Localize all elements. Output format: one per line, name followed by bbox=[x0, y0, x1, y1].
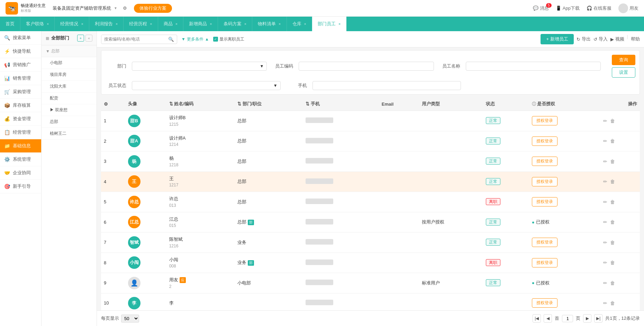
dept-group-zongbu[interactable]: ▼ 总部 bbox=[42, 45, 97, 57]
settings-icon[interactable]: ⚙ bbox=[123, 6, 127, 11]
sidebar-item-operation[interactable]: 📋 经营管理 bbox=[0, 126, 41, 139]
page-size-select[interactable]: 50 100 bbox=[121, 315, 139, 323]
next-page-btn[interactable]: ▶ bbox=[583, 314, 591, 323]
user-area[interactable]: 用友 bbox=[618, 3, 638, 13]
query-button[interactable]: 查询 bbox=[612, 55, 635, 65]
auth-button[interactable]: 授权登录 bbox=[532, 116, 557, 125]
import-btn[interactable]: ↺ 导入 bbox=[593, 34, 608, 44]
delete-icon[interactable]: 🗑 bbox=[610, 219, 615, 225]
sidebar-item-basic[interactable]: 📁 基础信息 bbox=[0, 139, 41, 153]
delete-icon[interactable]: 🗑 bbox=[610, 138, 615, 144]
sidebar-item-nav[interactable]: ⚡ 快捷导航 bbox=[0, 45, 41, 58]
sidebar-item-sales[interactable]: 📊 销售管理 bbox=[0, 72, 41, 85]
collapse-btn[interactable]: « bbox=[85, 35, 92, 42]
dept-item-zongbu[interactable]: 总部 bbox=[42, 116, 97, 128]
last-page-btn[interactable]: ▶| bbox=[594, 314, 602, 323]
tab-new-goods[interactable]: 新增商品 × bbox=[183, 17, 218, 31]
col-name[interactable]: ⇅ 姓名/编码 bbox=[166, 97, 235, 111]
page-input[interactable] bbox=[562, 315, 573, 322]
tab-business[interactable]: 经营情况 × bbox=[55, 17, 89, 31]
sidebar-item-search[interactable]: 🔍 搜索菜单 bbox=[0, 31, 41, 45]
export-btn[interactable]: ↻ 导出 bbox=[577, 34, 591, 44]
edit-icon[interactable]: ✏ bbox=[603, 118, 607, 124]
reset-button[interactable]: 设置 bbox=[612, 67, 635, 78]
close-icon[interactable]: × bbox=[304, 22, 306, 26]
more-conditions-btn[interactable]: ▼ 更多条件 ▲ bbox=[181, 36, 209, 42]
tab-history[interactable]: 经营历程 × bbox=[124, 17, 158, 31]
delete-icon[interactable]: 🗑 bbox=[610, 280, 615, 286]
edit-icon[interactable]: ✏ bbox=[603, 260, 607, 265]
edit-icon[interactable]: ✏ bbox=[603, 280, 607, 286]
auth-button[interactable]: 授权登录 bbox=[532, 298, 557, 308]
dept-item-shenyangdaku[interactable]: 沈阳大库 bbox=[42, 81, 97, 92]
show-resigned-toggle[interactable]: ✓ 显示离职员工 bbox=[213, 36, 244, 42]
first-page-btn[interactable]: |◀ bbox=[533, 314, 541, 323]
col-dept[interactable]: ⇅ 部门/职位 bbox=[235, 97, 303, 111]
dept-select[interactable]: ▼ bbox=[132, 62, 267, 71]
col-settings[interactable]: ⚙ bbox=[101, 97, 125, 111]
delete-icon[interactable]: 🗑 bbox=[610, 300, 615, 306]
delete-icon[interactable]: 🗑 bbox=[610, 179, 615, 184]
tab-goods[interactable]: 商品 × bbox=[158, 17, 183, 31]
all-dept-label[interactable]: 全部部门 bbox=[51, 35, 69, 41]
close-icon[interactable]: × bbox=[175, 22, 178, 26]
close-icon[interactable]: × bbox=[279, 22, 281, 26]
delete-icon[interactable]: 🗑 bbox=[610, 159, 615, 164]
emp-code-input[interactable] bbox=[299, 62, 434, 71]
close-icon[interactable]: × bbox=[210, 22, 212, 26]
tab-barcode[interactable]: 条码方案 × bbox=[218, 17, 252, 31]
online-service-btn[interactable]: 🎧 在线客服 bbox=[587, 5, 611, 11]
auth-button[interactable]: 授权登录 bbox=[532, 157, 557, 166]
sidebar-item-guide[interactable]: 🎯 新手引导 bbox=[0, 180, 41, 193]
sidebar-item-marketing[interactable]: 📢 营销推广 bbox=[0, 58, 41, 72]
tab-bom[interactable]: 物料清单 × bbox=[252, 17, 287, 31]
emp-name-input[interactable] bbox=[466, 62, 601, 71]
trial-button[interactable]: 体验行业方案 bbox=[134, 4, 172, 13]
auth-button[interactable]: 授权登录 bbox=[532, 136, 557, 146]
close-icon[interactable]: × bbox=[338, 22, 341, 26]
edit-icon[interactable]: ✏ bbox=[603, 159, 607, 164]
edit-icon[interactable]: ✏ bbox=[603, 240, 607, 245]
dept-item-shuangzuoxiang[interactable]: ▶ 双座想 bbox=[42, 104, 97, 116]
delete-icon[interactable]: 🗑 bbox=[610, 240, 615, 245]
view-btn[interactable]: ▶ 视频 bbox=[610, 34, 624, 44]
dept-item-xiaodiandu[interactable]: 小电部 bbox=[42, 57, 97, 69]
edit-icon[interactable]: ✏ bbox=[603, 138, 607, 144]
emp-status-select[interactable]: ▼ bbox=[132, 81, 281, 90]
auth-button[interactable]: 授权登录 bbox=[532, 197, 557, 206]
sidebar-item-system[interactable]: ⚙️ 系统管理 bbox=[0, 153, 41, 166]
close-icon[interactable]: × bbox=[47, 22, 49, 26]
prev-page-btn[interactable]: ◀ bbox=[544, 314, 552, 323]
system-title-dropdown[interactable]: ▼ bbox=[114, 6, 117, 10]
delete-icon[interactable]: 🗑 bbox=[610, 199, 615, 205]
search-input[interactable] bbox=[101, 35, 165, 43]
col-phone[interactable]: ⇅ 手机 bbox=[303, 97, 379, 111]
add-dept-btn[interactable]: + bbox=[77, 35, 84, 42]
add-employee-button[interactable]: + 新增员工 bbox=[541, 34, 573, 44]
sidebar-item-collab[interactable]: 🤝 企业协同 bbox=[0, 166, 41, 180]
tab-profit[interactable]: 利润报告 × bbox=[89, 17, 124, 31]
auth-button[interactable]: 授权登录 bbox=[532, 177, 557, 186]
tab-employee[interactable]: 部门员工 × bbox=[312, 17, 346, 31]
tab-customer[interactable]: 客户联络 × bbox=[20, 17, 55, 31]
help-btn[interactable]: 帮助 bbox=[631, 34, 640, 44]
dept-item-zhishuwanger[interactable]: 植树王二 bbox=[42, 128, 97, 140]
close-icon[interactable]: × bbox=[116, 22, 118, 26]
search-button[interactable]: 🔍 bbox=[165, 35, 177, 44]
dept-item-xiangmukufang[interactable]: 项目库房 bbox=[42, 69, 97, 81]
sidebar-item-inventory[interactable]: 📦 库存核算 bbox=[0, 99, 41, 112]
sidebar-item-purchase[interactable]: 🛒 采购管理 bbox=[0, 85, 41, 99]
app-download-btn[interactable]: 📱 App下载 bbox=[556, 5, 580, 11]
sidebar-item-finance[interactable]: 💰 资金管理 bbox=[0, 112, 41, 126]
delete-icon[interactable]: 🗑 bbox=[610, 118, 615, 124]
close-icon[interactable]: × bbox=[150, 22, 152, 26]
close-icon[interactable]: × bbox=[244, 22, 246, 26]
edit-icon[interactable]: ✏ bbox=[603, 300, 607, 306]
message-btn[interactable]: 💬 消息 5 bbox=[533, 5, 549, 11]
edit-icon[interactable]: ✏ bbox=[603, 219, 607, 225]
edit-icon[interactable]: ✏ bbox=[603, 179, 607, 184]
tab-warehouse[interactable]: 仓库 × bbox=[287, 17, 312, 31]
auth-button[interactable]: 授权登录 bbox=[532, 258, 557, 267]
tab-home[interactable]: 首页 bbox=[0, 17, 20, 31]
edit-icon[interactable]: ✏ bbox=[603, 199, 607, 205]
